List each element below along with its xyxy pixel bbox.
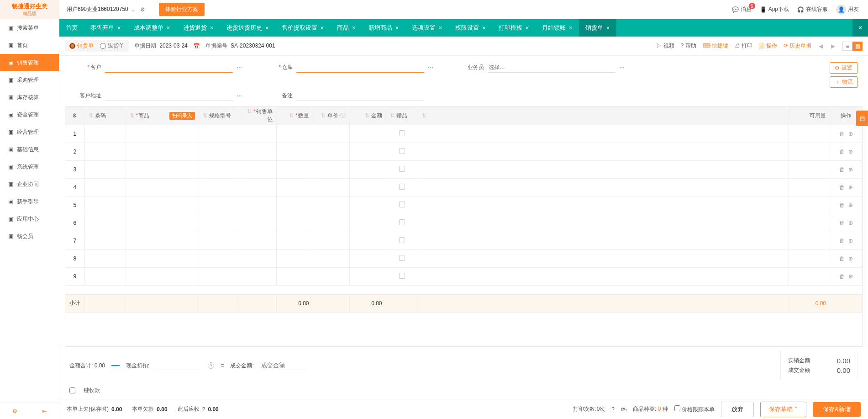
cell-spec[interactable] xyxy=(199,178,240,196)
one-click-collect[interactable]: 一键收款 xyxy=(69,387,858,394)
col-barcode[interactable]: ⇅条码 xyxy=(84,107,126,125)
checkbox-icon[interactable] xyxy=(399,184,405,190)
cell-qty[interactable] xyxy=(276,267,313,285)
delete-row-icon[interactable]: 🗑 xyxy=(839,238,845,244)
settings-gear-icon[interactable]: ⚙ xyxy=(12,408,17,414)
trial-plan-button[interactable]: 体验行业方案 xyxy=(159,3,205,16)
operate-link[interactable]: ▦ 操作 xyxy=(759,42,777,50)
user-menu[interactable]: 👤 用友 xyxy=(836,5,859,15)
save-draft-button[interactable]: 保存草稿 ˄ xyxy=(760,402,806,417)
tab[interactable]: 选项设置✕ xyxy=(405,19,449,37)
cell-gift[interactable] xyxy=(386,143,418,160)
tab[interactable]: 新增商品✕ xyxy=(362,19,405,37)
final-amount-input[interactable] xyxy=(260,361,306,370)
col-gift[interactable]: ⇅赠品 xyxy=(386,107,418,125)
nav-item[interactable]: ▣畅会员 xyxy=(0,228,59,245)
doc-date-value[interactable]: 2023-03-24 xyxy=(159,42,187,49)
cell-product[interactable] xyxy=(126,214,199,232)
nav-item[interactable]: ▣应用中心 xyxy=(0,210,59,228)
col-spec[interactable]: ⇅规格型号 xyxy=(199,107,240,125)
cell-unit[interactable] xyxy=(240,267,276,285)
insert-row-icon[interactable]: ⊕ xyxy=(848,273,853,280)
tab[interactable]: 权限设置✕ xyxy=(449,19,492,37)
tab[interactable]: 售价提取设置✕ xyxy=(275,19,331,37)
cell-qty[interactable] xyxy=(276,143,313,160)
cell-qty[interactable] xyxy=(276,232,313,249)
cell-gift[interactable] xyxy=(386,249,418,267)
cell-price[interactable] xyxy=(313,125,349,143)
cell-gift[interactable] xyxy=(386,196,418,214)
tenant-selector[interactable]: 用户690企业1660120750 ⌄ ⚙ xyxy=(59,5,153,13)
logistics-button[interactable]: ＋ 物流 xyxy=(830,76,858,88)
tab[interactable]: 月结锁账✕ xyxy=(536,19,579,37)
discard-button[interactable]: 放弃 xyxy=(721,402,754,417)
scan-input-tag[interactable]: 扫码录入 xyxy=(169,112,195,120)
checkbox-icon[interactable] xyxy=(399,148,405,154)
history-link[interactable]: ⟳ 历史单据 xyxy=(784,42,811,50)
cell-barcode[interactable] xyxy=(84,160,126,178)
nav-item[interactable]: ▣库存核算 xyxy=(0,89,59,106)
cell-barcode[interactable] xyxy=(84,214,126,232)
cell-barcode[interactable] xyxy=(84,143,126,160)
delete-row-icon[interactable]: 🗑 xyxy=(839,166,845,173)
cell-product[interactable] xyxy=(126,143,199,160)
cell-product[interactable] xyxy=(126,160,199,178)
col-amount[interactable]: ⇅金额 xyxy=(349,107,386,125)
cell-amount[interactable] xyxy=(349,214,386,232)
cell-qty[interactable] xyxy=(276,125,313,143)
nav-item[interactable]: ▣企业协同 xyxy=(0,175,59,193)
close-icon[interactable]: ✕ xyxy=(265,25,269,31)
insert-row-icon[interactable]: ⊕ xyxy=(848,131,853,137)
insert-row-icon[interactable]: ⊕ xyxy=(848,166,853,173)
table-row[interactable]: 2🗑⊕ xyxy=(65,143,862,160)
cell-barcode[interactable] xyxy=(84,232,126,249)
cell-spec[interactable] xyxy=(199,214,240,232)
nav-item[interactable]: ▣采购管理 xyxy=(0,71,59,89)
discount-help-icon[interactable]: ? xyxy=(208,362,214,369)
cell-spec[interactable] xyxy=(199,249,240,267)
table-row[interactable]: 3🗑⊕ xyxy=(65,160,862,178)
history-prev[interactable]: ◀ xyxy=(818,43,824,49)
cell-amount[interactable] xyxy=(349,143,386,160)
table-row[interactable]: 1🗑⊕ xyxy=(65,125,862,143)
side-panel-handle[interactable]: ▤ xyxy=(856,111,868,126)
col-qty[interactable]: ⇅数量 xyxy=(276,107,313,125)
delete-row-icon[interactable]: 🗑 xyxy=(839,149,845,155)
cell-price[interactable] xyxy=(313,143,349,160)
print-link[interactable]: 🖨 打印 xyxy=(735,42,752,50)
cell-price[interactable] xyxy=(313,196,349,214)
online-service-button[interactable]: 🎧 在线客服 xyxy=(797,5,828,13)
cell-unit[interactable] xyxy=(240,196,276,214)
close-icon[interactable]: ✕ xyxy=(166,25,170,31)
tab[interactable]: 首页 xyxy=(59,19,84,37)
cell-price[interactable] xyxy=(313,232,349,249)
cell-qty[interactable] xyxy=(276,214,313,232)
customer-picker-icon[interactable]: ⋯ xyxy=(237,64,242,71)
cell-product[interactable] xyxy=(126,267,199,285)
messages-button[interactable]: 💬 消息 6 xyxy=(732,5,752,13)
cell-unit[interactable] xyxy=(240,160,276,178)
delete-row-icon[interactable]: 🗑 xyxy=(839,220,845,226)
cell-gift[interactable] xyxy=(386,125,418,143)
cell-amount[interactable] xyxy=(349,160,386,178)
nav-item[interactable]: ▣销售管理 xyxy=(0,54,59,71)
cell-gift[interactable] xyxy=(386,267,418,285)
checkbox-icon[interactable] xyxy=(399,273,405,279)
cell-amount[interactable] xyxy=(349,232,386,249)
tab[interactable]: 销货单✕ xyxy=(579,19,616,37)
tab[interactable]: 成本调整单✕ xyxy=(127,19,177,37)
cell-amount[interactable] xyxy=(349,125,386,143)
cell-qty[interactable] xyxy=(276,196,313,214)
tab[interactable]: 商品✕ xyxy=(331,19,362,37)
close-icon[interactable]: ✕ xyxy=(606,25,610,31)
cell-qty[interactable] xyxy=(276,160,313,178)
address-input[interactable] xyxy=(105,90,233,101)
warehouse-input[interactable] xyxy=(296,62,424,73)
table-row[interactable]: 9🗑⊕ xyxy=(65,267,862,285)
delete-row-icon[interactable]: 🗑 xyxy=(839,131,845,137)
table-row[interactable]: 5🗑⊕ xyxy=(65,196,862,214)
cell-unit[interactable] xyxy=(240,214,276,232)
radio-sale-order[interactable]: 销货单 xyxy=(69,42,94,50)
discount-input[interactable] xyxy=(156,361,201,370)
view-grid-icon[interactable]: ▦ xyxy=(852,42,863,51)
